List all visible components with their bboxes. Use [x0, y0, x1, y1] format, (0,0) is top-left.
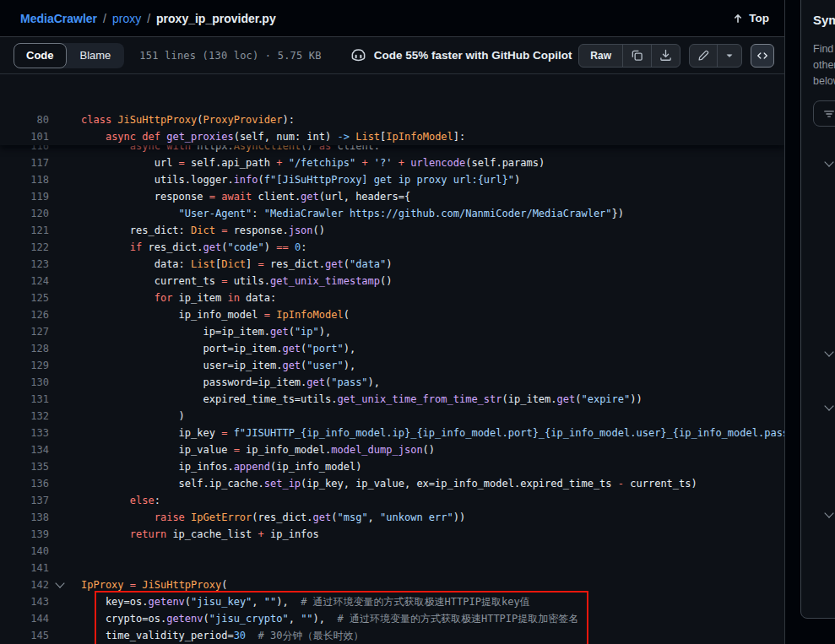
- symbols-panel-toggle-button[interactable]: [751, 44, 774, 68]
- edit-dropdown-button[interactable]: [717, 45, 741, 67]
- line-number[interactable]: 122: [0, 239, 49, 256]
- file-metadata: 151 lines (130 loc) · 5.75 KB: [139, 50, 321, 62]
- copilot-banner[interactable]: Code 55% faster with GitHub Copilot: [350, 47, 572, 63]
- line-number[interactable]: 139: [0, 526, 49, 543]
- fold-gutter: [49, 306, 81, 323]
- line-number[interactable]: 128: [0, 340, 49, 357]
- code-viewer: 116 async with httpx.AsyncClient() as cl…: [0, 111, 784, 644]
- code-line: 144 crypto=os.getenv("jisu_crypto", ""),…: [0, 610, 784, 627]
- line-number[interactable]: 129: [0, 357, 49, 374]
- line-number[interactable]: 127: [0, 323, 49, 340]
- code-line: 133 ip_key = f"JISUHTTP_{ip_info_model.i…: [0, 425, 784, 441]
- file-toolbar: Code Blame 151 lines (130 loc) · 5.75 KB…: [0, 37, 784, 74]
- fold-gutter: [49, 239, 81, 256]
- breadcrumb-folder-link[interactable]: proxy: [112, 12, 141, 25]
- symbols-filter-button[interactable]: [813, 100, 835, 127]
- line-number[interactable]: 118: [0, 171, 49, 188]
- code-text: url = self.api_path + "/fetchips" + '?' …: [81, 154, 545, 171]
- raw-button-group: Raw: [578, 44, 680, 68]
- line-number[interactable]: 135: [0, 458, 49, 475]
- chevron-down-icon: [55, 578, 64, 587]
- fold-gutter: [49, 560, 81, 576]
- code-text: ip_key = f"JISUHTTP_{ip_info_model.ip}_{…: [81, 425, 784, 441]
- line-number[interactable]: 130: [0, 374, 49, 391]
- download-button[interactable]: [651, 45, 680, 67]
- line-number[interactable]: 142: [0, 576, 49, 593]
- line-number[interactable]: 119: [0, 188, 49, 205]
- fold-gutter: [49, 111, 81, 128]
- code-line: 119 response = await client.get(url, hea…: [0, 188, 784, 205]
- line-number[interactable]: 80: [0, 111, 49, 128]
- line-number[interactable]: 133: [0, 425, 49, 441]
- fold-gutter: [49, 128, 81, 145]
- line-number[interactable]: 126: [0, 306, 49, 323]
- fold-gutter: [49, 408, 81, 425]
- line-number[interactable]: 138: [0, 509, 49, 526]
- line-number[interactable]: 125: [0, 290, 49, 306]
- line-number[interactable]: 123: [0, 256, 49, 273]
- line-number[interactable]: 132: [0, 408, 49, 425]
- code-text: class JiSuHttpProxy(ProxyProvider):: [81, 111, 295, 128]
- code-text: user=ip_item.get("user"),: [81, 357, 355, 374]
- fold-gutter: [49, 492, 81, 509]
- raw-button[interactable]: Raw: [579, 45, 622, 67]
- line-number[interactable]: 124: [0, 273, 49, 290]
- line-number[interactable]: 137: [0, 492, 49, 509]
- fold-gutter: [49, 188, 81, 205]
- code-text: ip_info_model = IpInfoModel(: [81, 306, 350, 323]
- breadcrumb-repo-link[interactable]: MediaCrawler: [20, 12, 97, 25]
- breadcrumb-filename: proxy_ip_provider.py: [156, 12, 276, 25]
- fold-gutter[interactable]: [49, 576, 81, 593]
- line-number[interactable]: 134: [0, 441, 49, 458]
- line-number[interactable]: 121: [0, 222, 49, 239]
- copy-button[interactable]: [622, 45, 651, 67]
- code-line: 145 time_validity_period=30 # 30分钟（最长时效）: [0, 627, 784, 644]
- sticky-context-lines: 80class JiSuHttpProxy(ProxyProvider):101…: [0, 111, 784, 145]
- code-card: Code Blame 151 lines (130 loc) · 5.75 KB…: [0, 36, 784, 644]
- code-text: IpProxy = JiSuHttpProxy(: [81, 576, 227, 593]
- tab-blame[interactable]: Blame: [67, 43, 125, 68]
- code-line: 117 url = self.api_path + "/fetchips" + …: [0, 154, 784, 171]
- chevron-down-icon: [824, 347, 833, 356]
- line-number[interactable]: 117: [0, 154, 49, 171]
- breadcrumb-separator: /: [147, 12, 150, 25]
- line-number[interactable]: 141: [0, 560, 49, 576]
- code-text: "User-Agent": "MediaCrawler https://gith…: [81, 205, 624, 222]
- code-line: 141: [0, 560, 784, 576]
- code-text: self.ip_cache.set_ip(ip_key, ip_value, e…: [81, 475, 697, 492]
- chevron-down-icon: [824, 508, 833, 517]
- code-lines: 116 async with httpx.AsyncClient() as cl…: [0, 138, 784, 644]
- line-number[interactable]: 101: [0, 128, 49, 145]
- line-number[interactable]: 143: [0, 593, 49, 610]
- breadcrumb: MediaCrawler / proxy / proxy_ip_provider…: [0, 0, 784, 36]
- file-view-container: MediaCrawler / proxy / proxy_ip_provider…: [0, 0, 785, 644]
- code-blame-switcher: Code Blame: [14, 43, 124, 68]
- line-number[interactable]: 140: [0, 543, 49, 560]
- fold-gutter: [49, 458, 81, 475]
- line-number[interactable]: 144: [0, 610, 49, 627]
- breadcrumb-separator: /: [103, 12, 106, 25]
- code-line: 134 ip_value = ip_info_model.model_dump_…: [0, 441, 784, 458]
- fold-gutter: [49, 357, 81, 374]
- edit-button[interactable]: [690, 45, 717, 67]
- code-text: key=os.getenv("jisu_key", ""), # 通过环境变量的…: [81, 593, 530, 610]
- copy-icon: [631, 49, 643, 62]
- chevron-down-icon: [824, 401, 833, 410]
- fold-gutter: [49, 256, 81, 273]
- code-text: time_validity_period=30 # 30分钟（最长时效）: [81, 627, 363, 644]
- fold-gutter: [49, 526, 81, 543]
- fold-gutter: [49, 610, 81, 627]
- code-text: async def get_proxies(self, num: int) ->…: [81, 128, 465, 145]
- tab-code[interactable]: Code: [14, 43, 67, 68]
- back-to-top-label: Top: [749, 12, 769, 24]
- line-number[interactable]: 145: [0, 627, 49, 644]
- code-text: password=ip_item.get("pass"),: [81, 374, 380, 391]
- fold-gutter: [49, 543, 81, 560]
- line-number[interactable]: 131: [0, 391, 49, 408]
- symbols-panel-icon: [756, 50, 768, 62]
- line-number[interactable]: 120: [0, 205, 49, 222]
- fold-gutter: [49, 154, 81, 171]
- code-line: 138 raise IpGetError(res_dict.get("msg",…: [0, 509, 784, 526]
- back-to-top-button[interactable]: Top: [732, 12, 769, 24]
- line-number[interactable]: 136: [0, 475, 49, 492]
